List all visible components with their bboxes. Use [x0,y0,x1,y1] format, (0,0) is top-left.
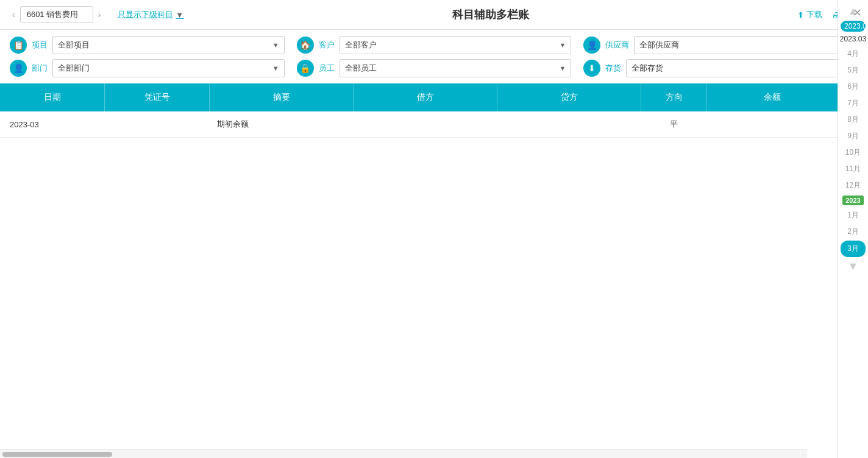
header-bar: ‹ 6601 销售费用 › 只显示下级科目 ▼ 科目辅助多栏账 ⬆ 下载 🖨 打… [0,0,868,30]
inventory-select[interactable]: 全部存货 ▼ [626,59,858,77]
show-sub-chevron-icon: ▼ [176,10,183,19]
nav-arrows: ‹ 6601 销售费用 › [10,6,103,23]
horizontal-scrollbar[interactable] [0,449,807,458]
timeline-period-2[interactable]: 2023.03 [838,32,868,46]
year-badge: 2023 [842,196,863,205]
main-window: ✕ ‹ 6601 销售费用 › 只显示下级科目 ▼ 科目辅助多栏账 ⬆ 下载 🖨… [0,0,868,458]
row-voucher [105,111,210,138]
ledger-table: 日期 凭证号 摘要 借方 贷方 方向 余额 2023-03 期初余额 平 [0,83,838,138]
customer-label: 客户 [319,40,335,51]
close-button[interactable]: ✕ [853,6,862,19]
inventory-filter: ⬇ 存货 全部存货 ▼ [583,59,858,77]
timeline-month-4[interactable]: 4月 [838,46,868,62]
col-date: 日期 [0,83,105,111]
timeline-month-1[interactable]: 1月 [838,207,868,224]
employee-dropdown-icon: ▼ [559,65,566,72]
next-account-button[interactable]: › [96,9,104,21]
table-row: 2023-03 期初余额 平 [0,111,838,138]
timeline-month-8[interactable]: 8月 [838,111,868,128]
timeline-month-12[interactable]: 12月 [838,177,868,194]
timeline-month-10[interactable]: 10月 [838,144,868,161]
table-area: 日期 凭证号 摘要 借方 贷方 方向 余额 2023-03 期初余额 平 [0,83,838,138]
customer-dropdown-icon: ▼ [559,41,566,49]
dept-dropdown-icon: ▼ [272,65,279,72]
row-summary: 期初余额 [210,111,354,138]
employee-select[interactable]: 全部员工 ▼ [340,59,572,77]
timeline-month-9[interactable]: 9月 [838,128,868,144]
timeline-month-3-active[interactable]: 3月 [841,241,866,257]
row-debit [354,111,497,138]
col-summary: 摘要 [210,83,354,111]
row-credit [497,111,641,138]
dept-icon: 👤 [10,60,27,77]
table-header-row: 日期 凭证号 摘要 借方 贷方 方向 余额 [0,83,838,111]
supplier-select[interactable]: 全部供应商 ▼ [634,36,858,54]
employee-icon: 🔒 [297,60,314,77]
project-label: 项目 [32,40,48,51]
timeline-period-1[interactable]: 2023.03 [841,21,866,32]
supplier-icon: 👤 [583,37,600,54]
inventory-label: 存货 [605,63,621,74]
customer-select[interactable]: 全部客户 ▼ [340,36,572,54]
dept-select[interactable]: 全部部门 ▼ [52,59,285,77]
timeline-panel: ▲ 2023.03 2023.03 4月 5月 6月 7月 8月 9月 10月 … [838,0,868,458]
timeline-month-5[interactable]: 5月 [838,62,868,79]
dept-filter: 👤 部门 全部部门 ▼ [10,59,285,77]
row-direction: 平 [641,111,706,138]
inventory-icon: ⬇ [583,60,600,77]
col-credit: 贷方 [497,83,641,111]
col-balance: 余额 [706,83,838,111]
row-balance [706,111,838,138]
timeline-month-2[interactable]: 2月 [838,224,868,240]
dept-label: 部门 [32,63,48,74]
project-filter: 📋 项目 全部项目 ▼ [10,36,285,54]
scrollbar-thumb[interactable] [2,452,112,457]
filter-bar: 📋 项目 全部项目 ▼ 🏠 客户 全部客户 ▼ 👤 供应商 全部供应商 ▼ [0,30,868,83]
supplier-filter: 👤 供应商 全部供应商 ▼ [583,36,858,54]
employee-filter: 🔒 员工 全部员工 ▼ [297,59,572,77]
col-voucher: 凭证号 [105,83,210,111]
row-date: 2023-03 [0,111,105,138]
page-title: 科目辅助多栏账 [183,7,797,22]
col-direction: 方向 [641,83,706,111]
timeline-down-button[interactable]: ▼ [845,258,861,275]
download-button[interactable]: ⬆ 下载 [797,9,822,20]
timeline-month-7[interactable]: 7月 [838,95,868,111]
project-icon: 📋 [10,37,27,54]
timeline-month-6[interactable]: 6月 [838,79,868,95]
show-sub-accounts-toggle[interactable]: 只显示下级科目 ▼ [118,9,183,20]
prev-account-button[interactable]: ‹ [10,9,18,21]
supplier-label: 供应商 [605,40,629,51]
customer-icon: 🏠 [297,37,314,54]
timeline-month-11[interactable]: 11月 [838,161,868,177]
employee-label: 员工 [319,63,335,74]
download-icon: ⬆ [797,10,804,19]
customer-filter: 🏠 客户 全部客户 ▼ [297,36,572,54]
account-code[interactable]: 6601 销售费用 [20,6,93,23]
project-dropdown-icon: ▼ [272,41,279,49]
project-select[interactable]: 全部项目 ▼ [52,36,285,54]
col-debit: 借方 [354,83,497,111]
